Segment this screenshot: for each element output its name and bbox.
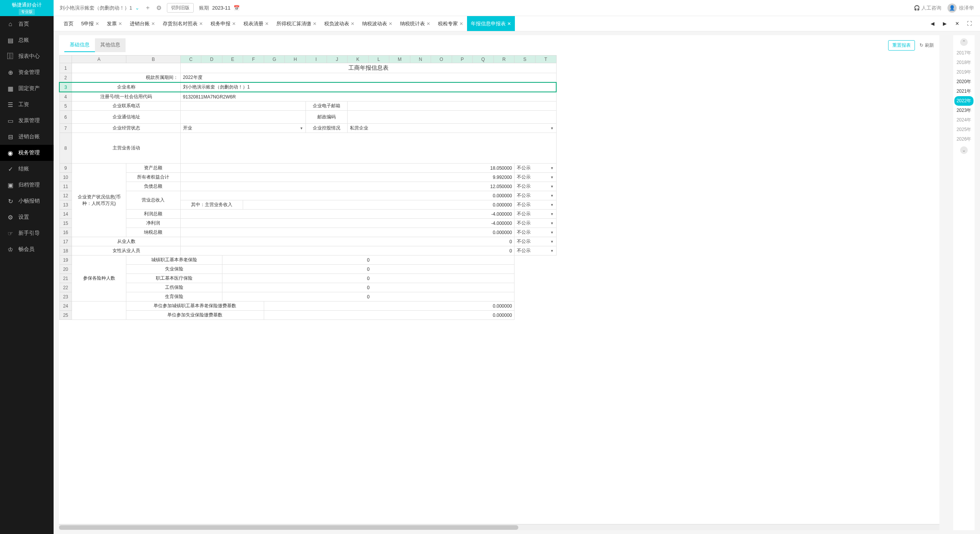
close-icon[interactable]: ✕ (313, 21, 317, 26)
row-number[interactable]: 5 (59, 102, 72, 111)
cell[interactable]: 邮政编码 (306, 111, 348, 124)
cell[interactable]: 企业通信地址 (72, 111, 181, 124)
nav-item-13[interactable]: ☞新手引导 (0, 225, 54, 241)
tab[interactable]: 纳税波动表✕ (358, 16, 396, 31)
row-number[interactable]: 1 (59, 63, 72, 73)
cell[interactable]: 不公示 (514, 191, 556, 200)
cell[interactable] (348, 102, 556, 111)
cell[interactable]: 负债总额 (126, 182, 181, 191)
nav-item-1[interactable]: ▤总账 (0, 32, 54, 48)
cell[interactable]: 不公示 (514, 164, 556, 173)
row-number[interactable]: 8 (59, 133, 72, 164)
cell[interactable]: 不公示 (514, 228, 556, 237)
add-account-button[interactable]: ＋ (145, 4, 151, 12)
column-header[interactable]: L (368, 56, 389, 63)
nav-item-2[interactable]: ⿲报表中心 (0, 48, 54, 64)
nav-item-11[interactable]: ↻小畅报销 (0, 193, 54, 209)
row-number[interactable]: 13 (59, 200, 72, 210)
row-number[interactable]: 24 (59, 301, 72, 311)
spreadsheet[interactable]: ABCDEFGHIJKLMNOPQRST 1工商年报信息表2税款所属期间：202… (59, 55, 939, 524)
cell[interactable]: 不公示 (514, 200, 556, 210)
cell[interactable]: 刘小艳演示账套（勿删勿动！）1 (180, 82, 556, 92)
close-icon[interactable]: ✕ (389, 21, 392, 26)
account-selector[interactable]: 刘小艳演示账套（勿删勿动！）1 ⌄ (60, 5, 139, 11)
row-number[interactable]: 15 (59, 219, 72, 228)
cell[interactable]: 不公示 (514, 182, 556, 191)
cell[interactable]: 企业资产状况信息(币种：人民币万元) (72, 164, 126, 237)
cell[interactable]: 单位参加城镇职工基本养老保险缴费基数 (126, 301, 264, 311)
cell[interactable]: 0.000000 (264, 311, 514, 320)
tab-close-all-button[interactable]: ✕ (952, 19, 962, 28)
tab[interactable]: 税表清册✕ (240, 16, 273, 31)
row-number[interactable]: 11 (59, 182, 72, 191)
tab[interactable]: 所得税汇算清缴✕ (273, 16, 320, 31)
cell[interactable]: 0 (222, 256, 514, 265)
tab[interactable]: 纳税统计表✕ (396, 16, 434, 31)
cell[interactable]: 企业名称 (72, 82, 181, 92)
cell[interactable]: 所有者权益合计 (126, 173, 181, 182)
nav-item-14[interactable]: ♔畅会员 (0, 241, 54, 257)
settings-icon[interactable]: ⚙ (156, 4, 162, 11)
year-item[interactable]: 2020年 (954, 77, 974, 87)
cell[interactable]: 其中：主营业务收入 (180, 200, 243, 210)
nav-item-5[interactable]: ☰工资 (0, 97, 54, 113)
cell[interactable]: 税款所属期间： (72, 73, 181, 83)
tab[interactable]: 税检专家✕ (434, 16, 467, 31)
cell[interactable]: 城镇职工基本养老保险 (126, 256, 222, 265)
cell[interactable]: 0 (180, 246, 514, 256)
cell[interactable]: 不公示 (514, 210, 556, 219)
tab[interactable]: 发票✕ (103, 16, 126, 31)
cell[interactable]: 0.000000 (180, 191, 514, 200)
tab[interactable]: 税负波动表✕ (320, 16, 358, 31)
nav-item-10[interactable]: ▣归档管理 (0, 177, 54, 193)
column-header[interactable]: I (306, 56, 327, 63)
row-number[interactable]: 3 (59, 82, 72, 92)
cell[interactable] (72, 301, 126, 320)
nav-item-12[interactable]: ⚙设置 (0, 209, 54, 225)
column-header[interactable]: P (452, 56, 473, 63)
horizontal-scrollbar[interactable] (59, 524, 939, 530)
cell[interactable]: 企业经营状态 (72, 124, 181, 133)
cell[interactable]: 0 (222, 274, 514, 283)
column-header[interactable]: G (264, 56, 285, 63)
row-number[interactable]: 6 (59, 111, 72, 124)
column-header[interactable]: J (327, 56, 348, 63)
cell[interactable]: 利润总额 (126, 210, 181, 219)
tab[interactable]: 年报信息申报表✕ (467, 16, 515, 31)
cell[interactable] (180, 102, 305, 111)
close-icon[interactable]: ✕ (459, 21, 463, 26)
cell[interactable]: 单位参加失业保险缴费基数 (126, 311, 264, 320)
year-item[interactable]: 2022年 (954, 96, 974, 106)
column-header[interactable] (59, 56, 72, 63)
cell[interactable]: 2022年度 (180, 73, 556, 83)
row-number[interactable]: 23 (59, 292, 72, 301)
column-header[interactable]: S (514, 56, 536, 63)
nav-item-7[interactable]: ⊟进销台账 (0, 129, 54, 145)
old-version-button[interactable]: 切到旧版 (167, 3, 194, 13)
cell[interactable] (348, 111, 556, 124)
cell[interactable]: 企业联系电话 (72, 102, 181, 111)
vertical-scrollbar[interactable] (943, 35, 949, 530)
column-header[interactable]: K (348, 56, 369, 63)
row-number[interactable]: 7 (59, 124, 72, 133)
cell[interactable]: 0 (222, 265, 514, 274)
row-number[interactable]: 16 (59, 228, 72, 237)
row-number[interactable]: 4 (59, 92, 72, 102)
close-icon[interactable]: ✕ (95, 21, 99, 26)
tab[interactable]: 首页 (60, 16, 77, 31)
cell[interactable]: 不公示 (514, 173, 556, 182)
nav-item-4[interactable]: ▦固定资产 (0, 80, 54, 97)
cell[interactable]: 失业保险 (126, 265, 222, 274)
cell[interactable] (180, 111, 305, 124)
nav-item-9[interactable]: ✓结账 (0, 161, 54, 177)
cell[interactable]: 私营企业 (348, 124, 556, 133)
cell[interactable]: 生育保险 (126, 292, 222, 301)
cell[interactable] (72, 63, 181, 73)
tab[interactable]: 进销台账✕ (126, 16, 159, 31)
nav-item-3[interactable]: ⊕资金管理 (0, 64, 54, 80)
cell[interactable]: -4.000000 (180, 219, 514, 228)
cell[interactable]: 企业电子邮箱 (306, 102, 348, 111)
row-number[interactable]: 19 (59, 256, 72, 265)
cell[interactable]: -4.000000 (180, 210, 514, 219)
cell[interactable]: 0.000000 (243, 200, 514, 210)
